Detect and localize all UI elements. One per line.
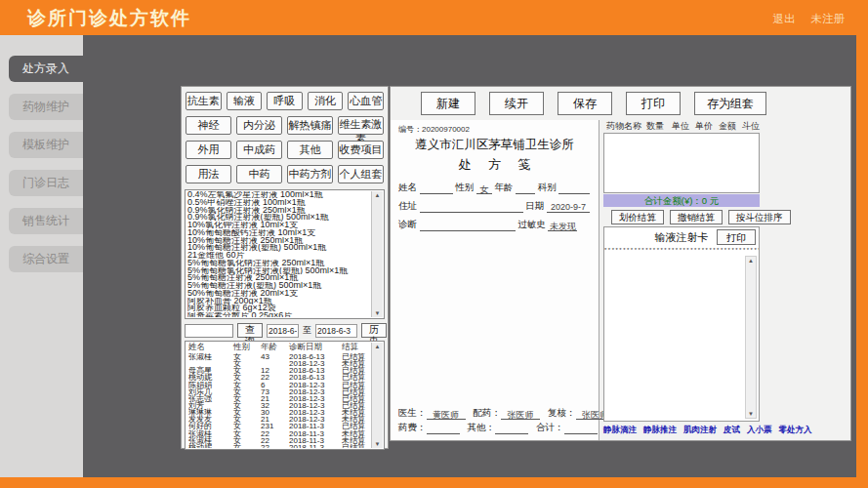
allergy-field[interactable]: 未发现: [548, 221, 577, 231]
drug-list-item[interactable]: 10%葡萄糖酸钙注射液 10ml×1支: [187, 229, 370, 237]
drug-list-scrollbar[interactable]: ▲ ▼: [371, 191, 383, 317]
drug-list-item[interactable]: 5%葡萄糖氯化钠注射液 250ml×1瓶: [187, 260, 370, 267]
drug-list-item[interactable]: 10%氯化钾注射液 10ml×1支: [187, 222, 370, 229]
scroll-up-icon[interactable]: ▲: [746, 258, 756, 264]
prescription-title: 处 方 笺: [398, 156, 591, 174]
content-columns: 编号：20200970002 遵义市汇川区茅草铺卫生诊所 处 方 笺 姓名 性别…: [391, 120, 850, 440]
total-fee-field[interactable]: [564, 424, 598, 434]
column-header-date: 诊断日期: [289, 342, 342, 352]
doctor-field[interactable]: 黄医师: [427, 409, 466, 420]
drug-list-item[interactable]: 0.9%氯化钠注射液(塑瓶) 500ml×1瓶: [187, 214, 370, 222]
drug-list-item[interactable]: 阿胶补血膏 200g×1瓶: [187, 298, 370, 305]
date-from-input[interactable]: [267, 324, 299, 338]
query-button[interactable]: 查询: [237, 323, 263, 338]
category-button[interactable]: 心血管: [348, 92, 384, 110]
scroll-up-icon[interactable]: ▲: [372, 344, 383, 349]
quick-action-link[interactable]: 入小票: [747, 425, 772, 436]
category-button[interactable]: 中药: [236, 165, 282, 183]
drug-list-items: 0.4%左氧氟沙星注射液 100ml×1瓶0.5%甲硝唑注射液 100ml×1瓶…: [187, 191, 370, 317]
other-fee-field[interactable]: [495, 424, 528, 434]
category-row: 抗生素输液呼吸消化心血管: [186, 92, 384, 110]
category-button[interactable]: 中药方剂: [287, 165, 333, 183]
drug-list-item[interactable]: 5%葡萄糖注射液(塑瓶) 500ml×1瓶: [187, 282, 370, 290]
main-area: 抗生素输液呼吸消化心血管 神经内分泌解热镇痛维生素激素 外用中成药其他收费项目 …: [83, 35, 856, 477]
drug-list-item[interactable]: 0.5%甲硝唑注射液 100ml×1瓶: [187, 199, 370, 207]
quick-action-link[interactable]: 皮试: [723, 425, 740, 436]
date-field[interactable]: 2020-9-7: [547, 202, 590, 213]
history-prescriptions-button[interactable]: 历史处方: [361, 323, 387, 338]
settle-button[interactable]: 按斗位排序: [728, 210, 791, 224]
drug-list-item[interactable]: 10%葡萄糖注射液 250ml×1瓶: [187, 237, 370, 245]
scroll-down-icon[interactable]: ▼: [372, 441, 383, 447]
sidebar-item[interactable]: 处方录入: [9, 56, 83, 82]
category-button[interactable]: 神经: [186, 116, 231, 135]
bottom-edge-strip: [0, 477, 868, 488]
category-button[interactable]: 其他: [287, 141, 333, 159]
category-button[interactable]: 中成药: [236, 141, 282, 159]
category-button[interactable]: 收费项目: [338, 141, 384, 159]
category-button[interactable]: 解热镇痛: [287, 116, 333, 135]
fee-field[interactable]: [427, 424, 460, 434]
register-status-link[interactable]: 未注册: [811, 12, 846, 26]
toolbar-button[interactable]: 存为组套: [694, 92, 766, 115]
drug-list-item[interactable]: 50%葡萄糖注射液 20ml×1支: [187, 290, 370, 298]
toolbar-button[interactable]: 新建: [421, 92, 475, 115]
sidebar-item[interactable]: 门诊日志: [9, 170, 83, 196]
diagnosis-field[interactable]: [420, 221, 516, 231]
app-window: 诊所门诊处方软件 退出 未注册 处方录入 药物维护 模板维护 门诊日志 销售统计…: [0, 0, 868, 488]
injection-card-body[interactable]: ▲ ▼: [604, 254, 759, 421]
gender-field[interactable]: 女: [476, 183, 492, 194]
name-field[interactable]: [420, 183, 453, 194]
injection-card-print-button[interactable]: 打印: [717, 229, 756, 245]
category-button[interactable]: 个人组套: [338, 165, 384, 183]
sidebar-item[interactable]: 药物维护: [9, 94, 83, 120]
quick-action-link[interactable]: 静脉滴注: [603, 425, 637, 436]
toolbar-button[interactable]: 续开: [489, 92, 544, 115]
category-button[interactable]: 维生素激素: [338, 116, 384, 135]
injection-card-scrollbar[interactable]: ▲ ▼: [745, 256, 757, 419]
address-field[interactable]: [420, 202, 523, 213]
quick-action-link[interactable]: 静脉推注: [643, 425, 677, 436]
patient-search-input[interactable]: [185, 324, 233, 338]
patient-table-scrollbar[interactable]: ▲ ▼: [371, 343, 383, 448]
drug-list-item[interactable]: 0.4%左氧氟沙星注射液 100ml×1瓶: [187, 191, 370, 199]
category-button[interactable]: 呼吸: [267, 92, 303, 110]
quick-action-link[interactable]: 零处方入: [779, 425, 812, 436]
sidebar-item[interactable]: 模板维护: [9, 132, 83, 158]
scroll-down-icon[interactable]: ▼: [372, 310, 383, 316]
drug-list-item[interactable]: 阿胶养血颗粒 6g×12袋: [187, 305, 370, 312]
logout-link[interactable]: 退出: [773, 12, 796, 26]
category-button[interactable]: 消化: [308, 92, 344, 110]
date-to-input[interactable]: [315, 324, 357, 338]
scroll-down-icon[interactable]: ▼: [746, 411, 756, 417]
billing-panel: 药物名称 数量 单位 单价 金额 斗位 合计金额(¥)：0 元 划价结算撤销结算…: [599, 120, 850, 440]
sidebar-item[interactable]: 销售统计: [9, 208, 83, 234]
toolbar-button[interactable]: 打印: [626, 92, 681, 115]
dept-field[interactable]: [558, 183, 590, 194]
drug-list-item[interactable]: 10%葡萄糖注射液(塑瓶) 500ml×1瓶: [187, 244, 370, 252]
drug-list-item[interactable]: 5%葡萄糖注射液 250ml×1瓶: [187, 274, 370, 282]
scroll-up-icon[interactable]: ▲: [372, 192, 383, 198]
drug-list-item[interactable]: 0.9%氯化钠注射液 250ml×1瓶: [187, 207, 370, 215]
category-button[interactable]: 外用: [186, 141, 231, 159]
category-button[interactable]: 用法: [186, 165, 231, 183]
quick-action-link[interactable]: 肌肉注射: [683, 425, 717, 436]
prescription-body[interactable]: [398, 234, 591, 405]
category-button[interactable]: 抗生素: [186, 92, 222, 110]
age-field[interactable]: [516, 183, 535, 194]
settle-button[interactable]: 撤销结算: [670, 210, 723, 224]
sidebar-item[interactable]: 综合设置: [9, 246, 83, 272]
dispenser-field[interactable]: 张医师: [501, 409, 540, 420]
drug-list-item[interactable]: 5%葡萄糖氯化钠注射液(塑瓶) 500ml×1瓶: [187, 267, 370, 275]
drug-list-item[interactable]: 阿奇霉素分散片 0.25g×6片: [187, 312, 370, 317]
injection-card: 打印 输液注射卡 *******************************…: [603, 226, 760, 422]
patient-row[interactable]: 桃动妮 女 22 2018-11-3 已结算: [188, 444, 370, 448]
diagnosis-label: 诊断: [398, 219, 417, 229]
category-button[interactable]: 内分泌: [236, 116, 282, 135]
prescription-number: 编号：20200970002: [398, 124, 591, 135]
drug-list-item[interactable]: 21金维他 60片: [187, 252, 370, 260]
category-button[interactable]: 输液: [227, 92, 263, 110]
settle-button[interactable]: 划价结算: [611, 210, 664, 224]
billing-item-list[interactable]: [603, 133, 760, 193]
toolbar-button[interactable]: 保存: [558, 92, 612, 115]
